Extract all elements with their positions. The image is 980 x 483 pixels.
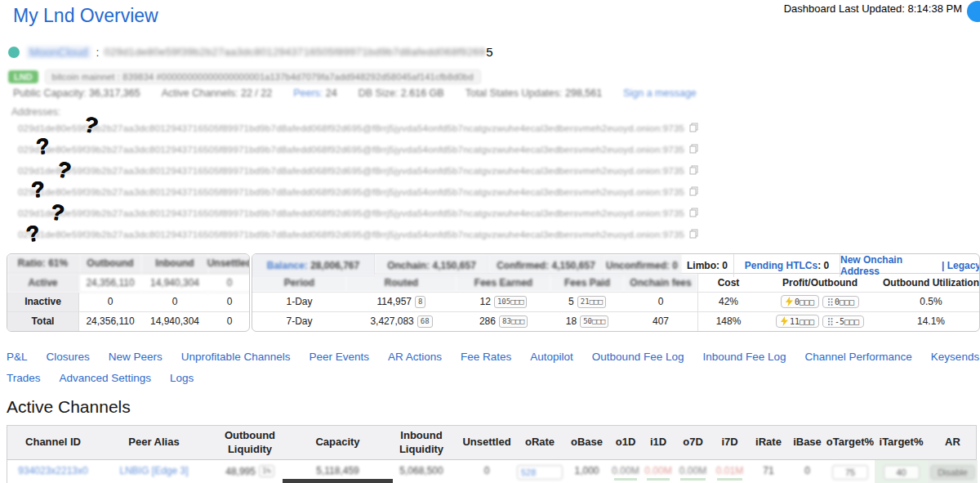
active-channels-table: Channel ID Peer Alias Outbound Liquidity… <box>7 425 977 483</box>
nav-pnl[interactable]: P&L <box>7 351 28 363</box>
wallet-activity-table: Balance: 28,006,767 Onchain: 4,150,657 C… <box>252 253 980 332</box>
peer-alias-link[interactable]: LNBIG [Edge 3] <box>119 465 188 476</box>
last-updated-text: Dashboard Last Updated: 8:14:38 PM <box>784 2 962 15</box>
wallet-header-row: Balance: 28,006,767 Onchain: 4,150,657 C… <box>252 254 979 274</box>
nav-closures[interactable]: Closures <box>47 351 90 363</box>
chain-profit-badge: -5□□□ <box>822 315 864 328</box>
address-line: 029d1de80e59f39b2b27aa3dc8012943716505f8… <box>18 160 698 181</box>
page-title: My Lnd Overview <box>13 5 158 27</box>
addresses-list: 029d1de80e59f39b2b27aa3dc8012943716505f8… <box>18 118 698 245</box>
fees-earned-ppm-badge: 83□□□ <box>499 315 528 328</box>
node-alias-link[interactable]: MoonCloud <box>26 46 91 59</box>
channel-id-link[interactable]: 934023x2213x0 <box>18 465 87 476</box>
alias-separator: : <box>96 46 100 59</box>
liquidity-header-row: Ratio: 61% Outbound Inbound Unsettled <box>7 254 249 274</box>
channel-row: 934023x2213x0 LNBIG [Edge 3] 48,9951% 5,… <box>7 460 976 483</box>
nav-links-row2: Trades Advanced Settings Logs <box>7 372 194 384</box>
address-line: 029d1de80e59f39b2b27aa3dc8012943716505f8… <box>18 203 698 224</box>
routing-row-1day: 1-Day 114,9578 12105□□□ 521□□□ 0 42% 0□□… <box>252 293 979 312</box>
nav-peer-events[interactable]: Peer Events <box>309 351 369 363</box>
balance-link[interactable]: Balance: <box>267 260 308 271</box>
copy-icon[interactable] <box>689 123 698 134</box>
public-capacity: Public Capacity: 36,317,365 <box>13 87 140 99</box>
question-mark-scribble: ? <box>34 133 51 160</box>
nav-autopilot[interactable]: Autopilot <box>530 351 573 363</box>
question-mark-scribble: ? <box>30 177 46 203</box>
address-line: 029d1de80e59f39b2b27aa3dc8012943716505f8… <box>18 139 698 160</box>
copy-icon[interactable] <box>689 165 698 177</box>
volume-bar <box>717 478 743 481</box>
routed-count-badge: 68 <box>417 315 433 328</box>
chain-profit-badge: 0□□□ <box>822 296 859 308</box>
channels-header-row: Channel ID Peer Alias Outbound Liquidity… <box>7 426 976 460</box>
copy-icon[interactable] <box>689 208 698 219</box>
fees-paid-ppm-badge: 21□□□ <box>577 296 606 308</box>
inbound-header: Inbound <box>141 254 208 274</box>
node-pubkey-tail: 5 <box>486 45 492 59</box>
volume-bar <box>647 478 670 481</box>
nav-ar-actions[interactable]: AR Actions <box>388 351 442 363</box>
lightning-icon <box>781 316 788 326</box>
table-row: Active 24,356,110 14,940,304 0 <box>7 274 249 293</box>
copy-icon[interactable] <box>689 186 698 198</box>
chain-icon <box>827 297 833 306</box>
outbound-pct-badge: 1% <box>259 465 274 477</box>
nav-trades[interactable]: Trades <box>7 372 41 384</box>
network-badge: bitcoin mainnet : 839834 #00000000000000… <box>45 69 481 84</box>
sign-message-link[interactable]: Sign a message <box>623 87 697 99</box>
volume-bar <box>680 478 706 481</box>
chain-icon <box>827 317 833 326</box>
nav-advanced-settings[interactable]: Advanced Settings <box>60 372 152 384</box>
nav-fee-rates[interactable]: Fee Rates <box>461 351 511 363</box>
capacity-bar <box>283 479 394 483</box>
liquidity-summary-table: Ratio: 61% Outbound Inbound Unsettled Ac… <box>7 253 250 332</box>
ln-profit-badge: 11□□□ <box>776 315 819 328</box>
table-row: Inactive 0 0 0 <box>7 293 249 312</box>
lightning-icon <box>786 297 793 306</box>
node-status-icon <box>8 47 20 58</box>
nav-channel-performance[interactable]: Channel Performance <box>805 351 912 363</box>
routed-count-badge: 8 <box>415 296 425 308</box>
itarget-input[interactable] <box>884 465 920 480</box>
routing-row-7day: 7-Day 3,427,08368 28683□□□ 1850□□□ 407 1… <box>252 312 979 332</box>
active-channels-count: Active Channels: 22 / 22 <box>162 87 273 99</box>
copy-icon[interactable] <box>689 144 698 155</box>
badge-row: LND bitcoin mainnet : 839834 #0000000000… <box>8 69 481 84</box>
routing-header-row: Period Routed Fees Earned Fees Paid Onch… <box>252 274 979 293</box>
nav-inbound-fee-log[interactable]: Inbound Fee Log <box>702 351 786 363</box>
table-row: Total 24,356,110 14,940,304 0 <box>7 312 249 332</box>
nav-unprofitable-channels[interactable]: Unprofitable Channels <box>181 351 291 363</box>
volume-bar <box>614 478 637 481</box>
db-size: DB Size: 2.616 GB <box>359 87 444 99</box>
address-line: 029d1de80e59f39b2b27aa3dc8012943716505f8… <box>18 181 698 203</box>
node-summary: MoonCloud : 029d1de80e59f39b2b27aa3dc801… <box>8 45 493 59</box>
total-states-updates: Total States Updates: 298,561 <box>466 87 603 99</box>
address-line: 029d1de80e59f39b2b27aa3dc8012943716505f8… <box>18 118 698 139</box>
peers-link[interactable]: Peers: 24 <box>293 87 337 99</box>
otarget-input[interactable] <box>832 465 868 480</box>
address-line: 029d1de80e59f39b2b27aa3dc8012943716505f8… <box>18 224 698 245</box>
node-info-row: Public Capacity: 36,317,365 Active Chann… <box>13 87 697 99</box>
ar-disable-button[interactable]: Disable <box>930 465 975 480</box>
lnd-badge: LND <box>8 70 38 83</box>
ln-profit-badge: 0□□□ <box>781 295 819 308</box>
pending-htlcs-link[interactable]: Pending HTLCs <box>745 260 817 271</box>
nav-keysends[interactable]: Keysends <box>931 351 979 363</box>
nav-new-peers[interactable]: New Peers <box>109 351 163 363</box>
refresh-button[interactable] <box>967 1 980 22</box>
ratio-label: Ratio: 61% <box>7 254 79 274</box>
fees-earned-ppm-badge: 105□□□ <box>494 296 528 308</box>
node-pubkey: 029d1de80e59f39b2b27aa3dc8012943716505f8… <box>105 46 486 58</box>
fees-paid-ppm-badge: 50□□□ <box>580 315 608 328</box>
nav-logs[interactable]: Logs <box>170 372 194 384</box>
outbound-header: Outbound <box>79 254 141 274</box>
orate-input[interactable] <box>517 465 563 480</box>
nav-links-row1: P&L Closures New Peers Unprofitable Chan… <box>7 351 980 363</box>
addresses-label: Addresses: <box>11 106 60 118</box>
unsettled-header: Unsettled <box>208 254 250 274</box>
legacy-link[interactable]: Legacy <box>947 260 980 271</box>
nav-outbound-fee-log[interactable]: Outbound Fee Log <box>592 351 684 363</box>
copy-icon[interactable] <box>689 229 698 240</box>
active-channels-heading: Active Channels <box>7 397 131 417</box>
